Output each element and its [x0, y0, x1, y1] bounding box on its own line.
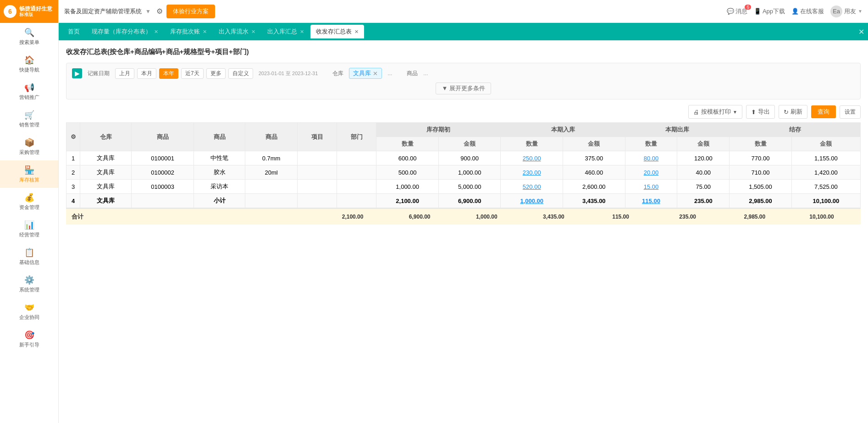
row-out-amt: 40.00 [677, 165, 730, 180]
tab-close-inout-flow[interactable]: ✕ [251, 29, 255, 35]
row-project [297, 165, 337, 180]
table-settings-button[interactable]: 设置 [840, 105, 861, 119]
sidebar-item-quicknav[interactable]: 🏠 快捷导航 [0, 50, 58, 78]
row-name: 采访本 [194, 180, 245, 194]
row-warehouse: 文具库 [80, 180, 132, 194]
filter-date-7days[interactable]: 近7天 [181, 68, 204, 79]
row-dept [337, 165, 376, 180]
footer-out-qty: 115.00 [587, 214, 654, 220]
query-button[interactable]: 查询 [811, 105, 836, 118]
trial-button[interactable]: 体验行业方案 [166, 5, 215, 18]
sidebar-item-system[interactable]: ⚙️ 系统管理 [0, 270, 58, 298]
sidebar-item-basic[interactable]: 📋 基础信息 [0, 243, 58, 270]
row-no: 3 [66, 180, 80, 194]
filter-date-custom[interactable]: 自定义 [228, 68, 253, 79]
warehouse-tag: 文具库 ✕ [349, 68, 382, 79]
filter-date-this-month[interactable]: 本月 [137, 68, 156, 79]
row-in-amt: 2,600.00 [563, 180, 625, 194]
warehouse-tag-close[interactable]: ✕ [373, 70, 378, 77]
col-warehouse-header: 仓库 [80, 123, 132, 151]
filter-date-this-year[interactable]: 本年 [159, 68, 178, 79]
row-bal-qty: 710.00 [730, 165, 792, 180]
sidebar-item-operations[interactable]: 📊 经营管理 [0, 215, 58, 243]
refresh-button[interactable]: ↻ 刷新 [779, 105, 807, 119]
data-table: ⚙ 仓库 商品 商品 商品 项目 部门 库存期初 本期入库 本期出库 结存 数量… [66, 122, 861, 208]
tab-close-stock-dist[interactable]: ✕ [154, 29, 158, 35]
footer-in-amt: 3,435.00 [520, 214, 587, 220]
topbar-actions: 💬 消息 6 📱 App下载 👤 在线客服 Ea 用友 ▼ [727, 5, 862, 17]
print-button[interactable]: 🖨 按模板打印 ▼ [688, 105, 742, 119]
tabbar-close-button[interactable]: ✕ [858, 27, 864, 36]
tab-close-batch[interactable]: ✕ [203, 29, 207, 35]
footer-values: 2,100.00 6,900.00 1,000.00 3,435.00 115.… [319, 214, 855, 220]
row-in-amt: 460.00 [563, 165, 625, 180]
page-title: 收发存汇总表(按仓库+商品编码+商品+规格型号+项目+部门) [66, 48, 861, 56]
tab-stock-dist[interactable]: 现存量（库存分布表） ✕ [86, 25, 164, 38]
content-area: 收发存汇总表(按仓库+商品编码+商品+规格型号+项目+部门) ▶ 记账日期 上月… [59, 40, 868, 423]
sidebar-item-enterprise[interactable]: 🤝 企业协同 [0, 298, 58, 325]
expand-more-row: ▼ 展开更多条件 [72, 82, 855, 94]
tab-batch[interactable]: 库存批次账 ✕ [165, 25, 212, 38]
export-button[interactable]: ⬆ 导出 [746, 105, 775, 119]
row-code: 0100003 [132, 180, 194, 194]
row-bal-amt: 1,155.00 [791, 151, 860, 165]
sidebar-item-search[interactable]: 🔍 搜索菜单 [0, 23, 58, 50]
enterprise-icon: 🤝 [24, 302, 34, 313]
filter-date-more[interactable]: 更多 [206, 68, 226, 79]
row-out-qty[interactable]: 115.00 [625, 194, 677, 208]
tab-recv-send[interactable]: 收发存汇总表 ✕ [310, 25, 364, 38]
tab-close-inout-summary[interactable]: ✕ [300, 29, 304, 35]
row-out-qty[interactable]: 20.00 [625, 165, 677, 180]
message-action[interactable]: 💬 消息 6 [727, 7, 747, 16]
table-row: 3文具库0100003采访本1,000.005,000.00520.002,60… [66, 180, 861, 194]
sidebar-item-sales[interactable]: 🛒 销售管理 [0, 105, 58, 133]
row-open-qty: 1,000.00 [376, 180, 439, 194]
user-menu[interactable]: Ea 用友 ▼ [830, 5, 862, 17]
row-out-amt: 235.00 [677, 194, 730, 208]
sidebar-item-marketing[interactable]: 📢 营销推广 [0, 78, 58, 105]
row-spec [245, 180, 298, 194]
print-icon: 🖨 [693, 109, 699, 115]
sidebar-item-finance[interactable]: 💰 资金管理 [0, 188, 58, 215]
col-bal-qty: 数量 [730, 137, 792, 151]
warehouse-more[interactable]: ... [387, 70, 392, 77]
row-out-qty[interactable]: 15.00 [625, 180, 677, 194]
row-spec: 20ml [245, 165, 298, 180]
system-name: 装备及固定资产辅助管理系统 [64, 7, 142, 16]
row-open-amt: 1,000.00 [438, 165, 501, 180]
row-warehouse: 文具库 [80, 151, 132, 165]
footer-out-amt: 235.00 [654, 214, 721, 220]
filter-expand-button[interactable]: ▶ [72, 68, 82, 78]
col-in-amt: 金额 [563, 137, 625, 151]
sidebar-item-inventory[interactable]: 🏪 库存核算 [0, 160, 58, 188]
tab-close-recv-send[interactable]: ✕ [354, 29, 359, 35]
expand-more-button[interactable]: ▼ 展开更多条件 [436, 82, 491, 94]
filter-date-prev-month[interactable]: 上月 [115, 68, 134, 79]
tab-inout-summary[interactable]: 出入库汇总 ✕ [262, 25, 310, 38]
row-in-qty[interactable]: 1,000.00 [501, 194, 563, 208]
row-in-qty[interactable]: 230.00 [501, 165, 563, 180]
row-in-qty[interactable]: 250.00 [501, 151, 563, 165]
row-bal-amt: 10,100.00 [791, 194, 860, 208]
col-group-open: 库存期初 [376, 123, 501, 137]
table-footer: 合计 2,100.00 6,900.00 1,000.00 3,435.00 1… [66, 208, 861, 225]
col-out-amt: 金额 [677, 137, 730, 151]
row-bal-amt: 7,525.00 [791, 180, 860, 194]
tab-inout-flow[interactable]: 出入库流水 ✕ [213, 25, 261, 38]
row-bal-qty: 2,985.00 [730, 194, 792, 208]
marketing-icon: 📢 [24, 82, 34, 93]
row-no: 1 [66, 151, 80, 165]
row-dept [337, 180, 376, 194]
row-out-qty[interactable]: 80.00 [625, 151, 677, 165]
tab-home[interactable]: 首页 [62, 25, 85, 38]
sidebar-item-guide[interactable]: 🎯 新手引导 [0, 325, 58, 353]
app-download-action[interactable]: 📱 App下载 [754, 7, 785, 16]
online-service-action[interactable]: 👤 在线客服 [791, 7, 824, 16]
sidebar-item-purchase[interactable]: 📦 采购管理 [0, 133, 58, 160]
row-in-amt: 3,435.00 [563, 194, 625, 208]
row-in-qty[interactable]: 520.00 [501, 180, 563, 194]
goods-more[interactable]: ... [423, 70, 428, 77]
chevron-down-icon: ▼ [733, 110, 737, 115]
settings-icon[interactable]: ⚙ [156, 7, 163, 16]
row-code [132, 194, 194, 208]
